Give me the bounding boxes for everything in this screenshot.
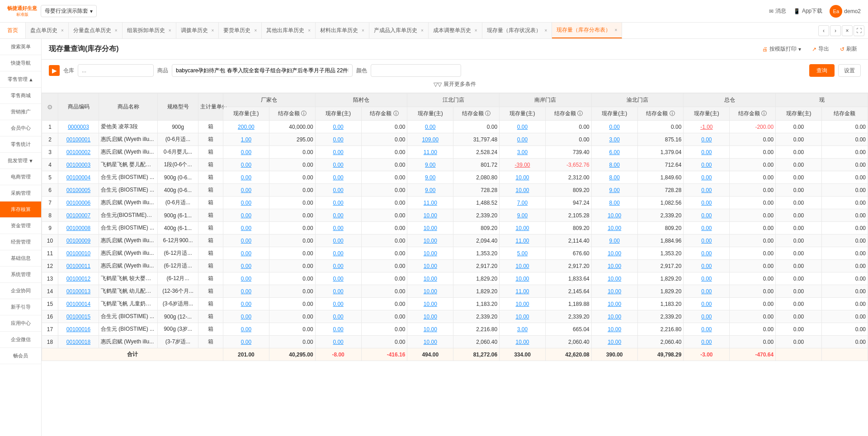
row-m-qty: 0.00 <box>315 310 361 323</box>
row-name: 惠氏启赋 (Wyeth illu... <box>99 234 158 247</box>
row-f-qty: 200.00 <box>223 121 269 133</box>
tab-9[interactable]: 成本调整单历史 × <box>429 23 482 38</box>
table-row: 4 00100003 飞鹤星飞帆 婴儿配方奶... 1段(0-6个... 箱 0… <box>42 159 868 171</box>
row-cur-qty: 0.00 <box>776 184 822 197</box>
tab-close-3[interactable]: × <box>169 28 171 33</box>
row-spec: (6-12月适... <box>158 260 198 272</box>
tab-8[interactable]: 产成品入库单历史 × <box>369 23 429 38</box>
row-f-amt: 0.00 <box>269 146 315 159</box>
sidebar-item-basic[interactable]: 基础信息 <box>0 250 41 267</box>
row-m-qty: 0.00 <box>315 121 361 133</box>
tab-11[interactable]: 现存量（库存分布表） × <box>552 23 622 38</box>
row-unit: 箱 <box>198 247 223 260</box>
col-warehouse-total: 总仓 <box>684 94 776 107</box>
sidebar-item-vip[interactable]: 畅会员 <box>0 348 41 364</box>
col-warehouse-current: 现 <box>776 94 868 107</box>
sidebar-item-ecommerce[interactable]: 电商管理 <box>0 169 41 185</box>
tab-close-4[interactable]: × <box>212 28 214 33</box>
collapse-btn[interactable]: ▶ <box>49 65 60 76</box>
tab-5[interactable]: 要货单历史 × <box>219 23 262 38</box>
sidebar-item-marketing[interactable]: 营销推广 <box>0 104 41 120</box>
tab-close-6[interactable]: × <box>308 28 311 33</box>
row-t-amt: 0.00 <box>730 247 776 260</box>
tab-close-7[interactable]: × <box>362 28 364 33</box>
print-btn[interactable]: 🖨 按模版打印 ▾ <box>759 43 805 55</box>
sidebar-item-operation[interactable]: 经营管理 <box>0 234 41 250</box>
sidebar-item-guide[interactable]: 新手引导 <box>0 299 41 315</box>
sidebar-item-collab[interactable]: 企业协同 <box>0 283 41 299</box>
row-cur-amt: 0.00 <box>821 171 868 184</box>
message-btn[interactable]: ✉ 消息 <box>769 7 786 15</box>
sidebar-item-wholesale[interactable]: 批发管理 ▼ <box>0 153 41 169</box>
col-settings[interactable]: ⚙ <box>42 94 58 121</box>
col-code-header: 商品编码 <box>58 94 99 121</box>
tab-close-8[interactable]: × <box>421 28 424 33</box>
row-jb-qty: 10.00 <box>407 336 453 348</box>
warehouse-input[interactable] <box>78 64 154 77</box>
settings-btn[interactable]: 设置 <box>838 64 861 77</box>
total-jb-qty: 494.00 <box>407 348 453 361</box>
export-btn[interactable]: ↗ 导出 <box>808 43 833 55</box>
row-yb-amt: 1,849.60 <box>637 171 684 184</box>
row-cur-qty: 0.00 <box>776 298 822 310</box>
tab-close-9[interactable]: × <box>475 28 477 33</box>
sidebar-item-finance[interactable]: 资金管理 <box>0 218 41 234</box>
sidebar-item-search[interactable]: 搜索英单 <box>0 39 41 55</box>
row-f-qty: 0.00 <box>223 298 269 310</box>
app-download-btn[interactable]: 📱 App下载 <box>793 7 822 15</box>
tab-close-1[interactable]: × <box>61 28 64 33</box>
table-row: 3 00100002 惠氏启赋 (Wyeth illu... 0-6月婴儿...… <box>42 146 868 159</box>
tab-next-btn[interactable]: › <box>830 25 841 36</box>
sidebar-item-system[interactable]: 系统管理 <box>0 267 41 283</box>
tab-2[interactable]: 分量盘点单历史 × <box>69 23 123 38</box>
tab-6[interactable]: 其他出库单历史 × <box>262 23 316 38</box>
tab-1[interactable]: 盘点单历史 × <box>26 23 69 38</box>
tab-3[interactable]: 组装拆卸单历史 × <box>123 23 176 38</box>
tab-home[interactable]: 首页 <box>0 23 26 38</box>
sidebar-item-nav[interactable]: 快捷导航 <box>0 55 41 71</box>
search-btn[interactable]: 查询 <box>809 64 835 77</box>
row-jb-amt: 2,060.40 <box>453 336 500 348</box>
tenant-selector[interactable]: 母婴行业演示陈套 ▾ <box>41 5 97 17</box>
expand-row[interactable]: ▽▽ 展开更多条件 <box>49 80 861 88</box>
tab-close-11[interactable]: × <box>614 28 617 33</box>
user-profile[interactable]: Ea demo2 <box>830 5 861 18</box>
tab-close-5[interactable]: × <box>254 28 257 33</box>
tab-prev-btn[interactable]: ‹ <box>818 25 829 36</box>
sidebar-item-mall[interactable]: 零售商城 <box>0 88 41 104</box>
sidebar-item-retail[interactable]: 零售管理 ▲ <box>0 71 41 88</box>
tab-expand-btn[interactable]: ⛶ <box>854 25 864 36</box>
color-input[interactable] <box>371 64 461 77</box>
sidebar-item-inventory[interactable]: 库存核算 <box>0 202 41 218</box>
row-yb-qty: 10.00 <box>591 247 637 260</box>
row-code: 00100015 <box>58 310 99 323</box>
table-row: 13 00100012 飞鹤星飞帆 较大婴儿配... (6-12月... 箱 0… <box>42 272 868 285</box>
tab-close-2[interactable]: × <box>115 28 118 33</box>
export-icon: ↗ <box>812 46 816 52</box>
sidebar-item-wechat[interactable]: 企业微信 <box>0 332 41 348</box>
row-cur-amt: 0.00 <box>821 222 868 234</box>
tab-close-all-btn[interactable]: × <box>842 25 853 36</box>
refresh-btn[interactable]: ↺ 刷新 <box>836 43 861 55</box>
sidebar-item-retail-stats[interactable]: 零售统计 <box>0 136 41 153</box>
goods-input[interactable] <box>172 64 353 77</box>
t-amt-header: 结存金额 ⓘ <box>730 107 776 121</box>
row-t-qty: 0.00 <box>684 234 730 247</box>
row-nb-amt: 809.20 <box>545 184 591 197</box>
row-nb-qty: 10.00 <box>500 184 546 197</box>
row-no: 10 <box>42 234 58 247</box>
sidebar-item-member[interactable]: 会员中心 <box>0 120 41 136</box>
row-nb-qty: 9.00 <box>500 209 546 222</box>
sidebar-item-apps[interactable]: 应用中心 <box>0 315 41 332</box>
row-cur-qty: 0.00 <box>776 310 822 323</box>
tab-10[interactable]: 现存量（库存状况表） × <box>482 23 552 38</box>
sidebar-item-purchase[interactable]: 采购管理 <box>0 185 41 202</box>
tab-close-10[interactable]: × <box>545 28 547 33</box>
row-m-qty: 0.00 <box>315 298 361 310</box>
tab-7[interactable]: 材料出库单历史 × <box>316 23 369 38</box>
table-row: 17 00100016 合生元 (BIOSTIME) ... 900g (3岁.… <box>42 323 868 336</box>
t-qty-header: 现存量(主) <box>684 107 730 121</box>
tab-4[interactable]: 调拨单历史 × <box>176 23 219 38</box>
row-t-amt: 0.00 <box>730 222 776 234</box>
row-yb-qty: 9.00 <box>591 234 637 247</box>
